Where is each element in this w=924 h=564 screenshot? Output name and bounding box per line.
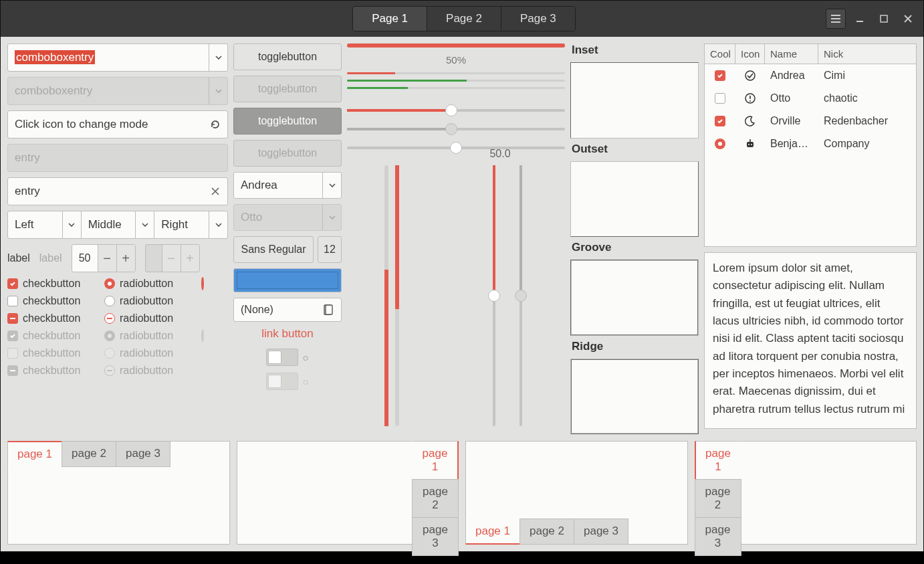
th-nick[interactable]: Nick: [818, 44, 916, 64]
entry-text: entry: [15, 185, 40, 198]
nb1-tab-3[interactable]: page 3: [116, 441, 170, 467]
table-row[interactable]: Otto chaotic: [705, 87, 916, 110]
th-icon[interactable]: Icon: [735, 44, 765, 64]
file-chooser-button[interactable]: (None): [233, 298, 342, 322]
vscale-1[interactable]: [487, 165, 501, 426]
tree-view[interactable]: Cool Icon Name Nick Andrea Cimi Otto cha…: [704, 43, 917, 247]
nb1-tab-2[interactable]: page 2: [62, 441, 116, 467]
minimize-button[interactable]: [850, 9, 870, 29]
linked-middle[interactable]: Middle: [81, 211, 155, 239]
nb2-tab-3[interactable]: page 3: [412, 517, 459, 556]
close-icon: [904, 15, 912, 23]
chevron-down-icon: [209, 211, 227, 238]
nb4-tab-1[interactable]: page 1: [695, 441, 741, 480]
column-frames: Inset Outset Groove Ridge: [570, 43, 699, 434]
svg-point-11: [749, 139, 751, 140]
switch-1[interactable]: [266, 349, 298, 366]
refresh-icon[interactable]: [206, 119, 225, 130]
entry-disabled: entry: [7, 144, 228, 172]
th-name[interactable]: Name: [765, 44, 818, 64]
clear-icon[interactable]: [206, 187, 225, 196]
mode-entry[interactable]: Click icon to change mode: [7, 110, 228, 138]
nb4-tab-3[interactable]: page 3: [695, 517, 741, 556]
frame-groove-label: Groove: [570, 241, 699, 254]
combo-andrea[interactable]: Andrea: [233, 172, 342, 199]
entry-clearable[interactable]: entry: [7, 177, 228, 205]
spin-minus-disabled: −: [162, 245, 181, 272]
linked-right[interactable]: Right: [154, 211, 228, 239]
font-button[interactable]: Sans Regular 12: [233, 236, 342, 263]
nb4-tab-2[interactable]: page 2: [695, 479, 741, 518]
spin-button[interactable]: 50 − +: [72, 244, 136, 272]
chevron-down-icon: [209, 78, 227, 104]
switch-2-disabled: [266, 373, 298, 390]
close-button[interactable]: [898, 9, 918, 29]
text-view[interactable]: Lorem ipsum dolor sit amet, consectetur …: [704, 252, 917, 429]
minimize-icon: [855, 14, 864, 23]
check-3-mixed[interactable]: checkbutton: [7, 312, 104, 324]
header-tab-page1[interactable]: Page 1: [353, 7, 427, 31]
row-check[interactable]: [715, 70, 725, 81]
check-2[interactable]: checkbutton: [7, 295, 104, 307]
spinner-active: [201, 278, 221, 290]
file-chooser-label: (None): [241, 304, 273, 316]
switch-indicator-icon: ○: [302, 376, 308, 387]
table-row[interactable]: Andrea Cimi: [705, 64, 916, 87]
radio-3-mixed[interactable]: radiobutton: [104, 312, 201, 324]
toggle-button-1[interactable]: togglebutton: [233, 43, 342, 70]
check-circle-icon: [744, 70, 756, 82]
color-button[interactable]: [233, 268, 342, 292]
scale-horizontal-2-disabled: [347, 122, 565, 136]
th-cool[interactable]: Cool: [705, 44, 735, 64]
spin-minus[interactable]: −: [98, 245, 116, 272]
svg-point-3: [745, 71, 755, 80]
table-header: Cool Icon Name Nick: [705, 44, 916, 64]
header-tab-page3[interactable]: Page 3: [501, 7, 575, 31]
notebook-bottom-tabs: page 1 page 2 page 3: [465, 441, 688, 545]
menu-button[interactable]: [826, 9, 846, 29]
nb3-tab-1[interactable]: page 1: [465, 519, 520, 545]
notebooks-row: page 1 page 2 page 3 page 1 page 2 page …: [1, 434, 923, 551]
nb3-tab-2[interactable]: page 2: [519, 519, 574, 545]
table-row[interactable]: Orville Redenbacher: [705, 110, 916, 132]
link-button[interactable]: link button: [233, 327, 342, 341]
chevron-down-icon: [322, 205, 341, 230]
maximize-button[interactable]: [874, 9, 894, 29]
linked-left[interactable]: Left: [7, 211, 82, 239]
vertical-sliders: 50.0: [347, 165, 565, 426]
row-check[interactable]: [715, 93, 725, 104]
radio-2[interactable]: radiobutton: [104, 295, 201, 307]
spin-button-disabled: − +: [145, 244, 200, 272]
toggle-button-3-active[interactable]: togglebutton: [233, 108, 342, 134]
switch-group: ○ ○: [233, 349, 342, 390]
main-content: comboboxentry comboboxentry Click icon t…: [1, 37, 923, 434]
moon-icon: [744, 115, 756, 127]
switch-indicator-icon: ○: [302, 352, 308, 363]
spin-plus[interactable]: +: [116, 245, 135, 272]
combobox-entry-1[interactable]: comboboxentry: [7, 43, 228, 72]
entry-disabled-text: entry: [15, 151, 40, 165]
row-check[interactable]: [715, 116, 725, 126]
nb2-tab-2[interactable]: page 2: [412, 479, 459, 518]
document-icon: [322, 304, 334, 316]
svg-rect-2: [326, 305, 332, 314]
check-1[interactable]: checkbutton: [7, 278, 104, 290]
spin-plus-disabled: +: [181, 245, 199, 272]
radio-1[interactable]: radiobutton: [104, 278, 201, 290]
table-row[interactable]: Benja… Company: [705, 132, 916, 155]
scale-horizontal-3[interactable]: [347, 141, 565, 155]
row-radio[interactable]: [715, 138, 725, 149]
nb2-tab-1[interactable]: page 1: [412, 441, 459, 480]
scale-horizontal-1[interactable]: [347, 104, 565, 117]
spin-value: 50: [72, 252, 98, 264]
chevron-down-icon: [62, 211, 81, 238]
nb3-tab-3[interactable]: page 3: [574, 519, 628, 545]
progress-bar-3: [347, 80, 565, 82]
column-entries: comboboxentry comboboxentry Click icon t…: [7, 43, 228, 434]
header-tab-page2[interactable]: Page 2: [427, 7, 501, 31]
column-treeview-text: Cool Icon Name Nick Andrea Cimi Otto cha…: [704, 43, 917, 434]
nb1-tab-1[interactable]: page 1: [7, 441, 62, 467]
spinner-inactive: [201, 330, 221, 342]
combobox-entry-1-text: comboboxentry: [15, 50, 95, 64]
svg-point-6: [749, 100, 751, 102]
